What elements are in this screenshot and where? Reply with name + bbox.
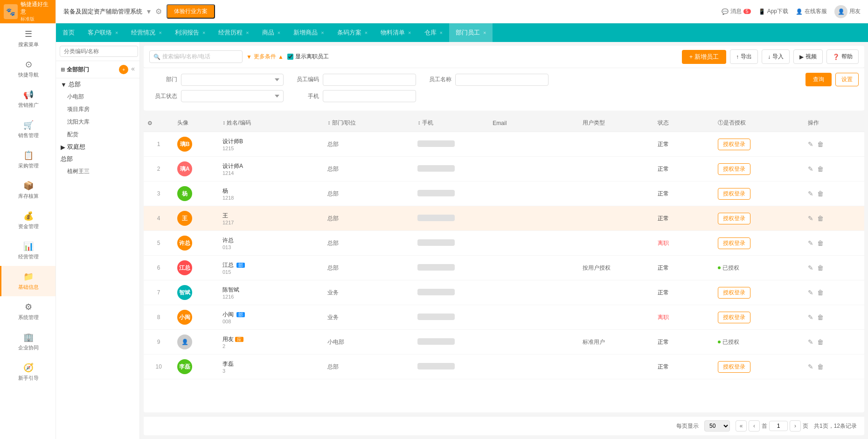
nav-tab-close-customer[interactable]: × bbox=[115, 30, 118, 35]
tree-node-xiaodibu[interactable]: 小电部 bbox=[56, 91, 139, 103]
online-service-btn[interactable]: 👤 在线客服 bbox=[796, 7, 827, 15]
nav-tab-close-goods[interactable]: × bbox=[278, 30, 280, 35]
sidebar-item-marketing[interactable]: 📢营销推广 bbox=[0, 84, 56, 114]
tree-group-shuangtingxiang[interactable]: ▶ 双庭想 bbox=[56, 141, 139, 153]
nav-tab-dept_staff[interactable]: 部门员工× bbox=[449, 23, 493, 42]
delete-btn[interactable]: 🗑 bbox=[817, 314, 824, 321]
delete-btn[interactable]: 🗑 bbox=[817, 239, 824, 247]
auth-btn[interactable]: 授权登录 bbox=[718, 237, 750, 249]
auth-btn[interactable]: 授权登录 bbox=[718, 287, 750, 299]
tree-search-input[interactable] bbox=[60, 46, 138, 57]
sidebar-item-purchase[interactable]: 📋采购管理 bbox=[0, 145, 56, 175]
tree-node-zhishu[interactable]: 植树王三 bbox=[56, 165, 139, 178]
delete-btn[interactable]: 🗑 bbox=[817, 338, 824, 346]
delete-btn[interactable]: 🗑 bbox=[817, 289, 824, 296]
sidebar-item-guide[interactable]: 🧭新手引导 bbox=[0, 357, 56, 387]
first-page-btn[interactable]: « bbox=[736, 420, 747, 432]
show-resigned-checkbox[interactable]: 显示离职员工 bbox=[287, 53, 329, 61]
col-name[interactable]: ↕ 姓名/编码 bbox=[219, 114, 324, 132]
nav-tab-material[interactable]: 物料清单× bbox=[374, 23, 417, 42]
tree-node-xiangmu[interactable]: 项目库房 bbox=[56, 103, 139, 116]
auth-btn[interactable]: 授权登录 bbox=[718, 188, 750, 200]
edit-btn[interactable]: ✎ bbox=[808, 338, 813, 346]
app-download-btn[interactable]: 📱 App下载 bbox=[758, 7, 788, 15]
sidebar-item-shortcut[interactable]: ⊙快捷导航 bbox=[0, 54, 56, 84]
tree-group-total[interactable]: ▼ 总部 bbox=[56, 78, 139, 91]
nav-tab-profit[interactable]: 经营情况× bbox=[125, 23, 168, 42]
sidebar-item-basic[interactable]: 📁基础信息 bbox=[0, 266, 56, 296]
dept-select[interactable] bbox=[181, 74, 284, 86]
nav-tab-biz_process[interactable]: 经营历程× bbox=[212, 23, 255, 42]
auth-btn[interactable]: 授权登录 bbox=[718, 139, 750, 150]
auth-btn[interactable]: 授权登录 bbox=[718, 312, 750, 323]
sidebar-item-finance[interactable]: 💰资金管理 bbox=[0, 205, 56, 236]
edit-btn[interactable]: ✎ bbox=[808, 165, 813, 173]
delete-btn[interactable]: 🗑 bbox=[817, 215, 824, 222]
nav-tab-barcode[interactable]: 条码方案× bbox=[331, 23, 374, 42]
help-btn[interactable]: ❓ 帮助 bbox=[826, 49, 859, 64]
delete-btn[interactable]: 🗑 bbox=[817, 140, 824, 148]
phone-input[interactable] bbox=[323, 90, 416, 102]
nav-tab-close-profit_report[interactable]: × bbox=[202, 30, 205, 35]
tree-node-shenyang[interactable]: 沈阳大库 bbox=[56, 116, 139, 128]
sidebar-item-search[interactable]: ☰搜索菜单 bbox=[0, 23, 56, 54]
edit-btn[interactable]: ✎ bbox=[808, 314, 813, 321]
settings-icon[interactable]: ⚙ bbox=[155, 7, 162, 16]
tree-collapse-btn[interactable]: « bbox=[131, 65, 135, 74]
add-staff-btn[interactable]: + 新增员工 bbox=[682, 50, 726, 64]
next-page-btn[interactable]: › bbox=[790, 420, 801, 432]
user-avatar[interactable]: 👤 用友 bbox=[834, 5, 861, 18]
edit-btn[interactable]: ✎ bbox=[808, 264, 813, 272]
resigned-check[interactable] bbox=[287, 54, 293, 60]
col-phone[interactable]: ↕ 手机 bbox=[414, 114, 489, 132]
search-box[interactable]: 🔍 搜索编码/名称/电话 bbox=[149, 50, 243, 63]
nav-tab-close-warehouse[interactable]: × bbox=[440, 30, 443, 35]
nav-tab-close-dept_staff[interactable]: × bbox=[483, 30, 486, 35]
message-btn[interactable]: 💬 消息 5 bbox=[722, 7, 751, 15]
nav-tab-close-profit[interactable]: × bbox=[159, 30, 161, 35]
tree-group-zongbu2[interactable]: 总部 bbox=[56, 153, 139, 165]
edit-btn[interactable]: ✎ bbox=[808, 239, 813, 247]
nav-tab-close-barcode[interactable]: × bbox=[365, 30, 368, 35]
nav-tab-profit_report[interactable]: 利润报告× bbox=[168, 23, 212, 42]
prev-page-btn[interactable]: ‹ bbox=[749, 420, 760, 432]
delete-btn[interactable]: 🗑 bbox=[817, 190, 824, 197]
emp-status-select[interactable] bbox=[181, 90, 284, 102]
delete-btn[interactable]: 🗑 bbox=[817, 165, 824, 173]
nav-tab-home[interactable]: 首页 bbox=[56, 23, 81, 42]
sidebar-item-corp[interactable]: 🏢企业协同 bbox=[0, 327, 56, 357]
delete-btn[interactable]: 🗑 bbox=[817, 363, 824, 370]
nav-tab-close-material[interactable]: × bbox=[408, 30, 411, 35]
import-btn[interactable]: ↓ 导入 bbox=[762, 49, 790, 64]
view-btn[interactable]: ▶ 视频 bbox=[793, 49, 823, 64]
set-btn[interactable]: 设置 bbox=[835, 73, 859, 86]
edit-btn[interactable]: ✎ bbox=[808, 140, 813, 148]
nav-tab-customer[interactable]: 客户联络× bbox=[81, 23, 125, 42]
edit-btn[interactable]: ✎ bbox=[808, 289, 813, 296]
sidebar-item-operations[interactable]: 📊经营管理 bbox=[0, 236, 56, 266]
dropdown-icon[interactable]: ▾ bbox=[147, 7, 151, 16]
auth-btn[interactable]: 授权登录 bbox=[718, 213, 750, 224]
col-dept[interactable]: ↕ 部门/职位 bbox=[324, 114, 414, 132]
sidebar-item-system[interactable]: ⚙系统管理 bbox=[0, 296, 56, 327]
page-size-select[interactable]: 50 20 100 bbox=[704, 420, 730, 432]
nav-tab-new_goods[interactable]: 新增商品× bbox=[287, 23, 330, 42]
tree-node-peihuo[interactable]: 配货 bbox=[56, 128, 139, 141]
sidebar-item-inventory[interactable]: 📦库存核算 bbox=[0, 175, 56, 205]
export-btn[interactable]: ↑ 导出 bbox=[730, 49, 758, 64]
auth-btn[interactable]: 授权登录 bbox=[718, 361, 750, 373]
auth-btn[interactable]: 授权登录 bbox=[718, 163, 750, 175]
nav-tab-close-new_goods[interactable]: × bbox=[321, 30, 324, 35]
sidebar-item-sales[interactable]: 🛒销售管理 bbox=[0, 114, 56, 145]
nav-tab-warehouse[interactable]: 仓库× bbox=[418, 23, 449, 42]
emp-name-input[interactable] bbox=[455, 74, 549, 86]
tree-add-btn[interactable]: + bbox=[119, 65, 128, 74]
emp-code-input[interactable] bbox=[323, 74, 416, 86]
edit-btn[interactable]: ✎ bbox=[808, 363, 813, 370]
col-settings[interactable]: ⚙ bbox=[144, 114, 174, 132]
trial-btn[interactable]: 体验行业方案 bbox=[167, 4, 215, 19]
nav-tab-close-biz_process[interactable]: × bbox=[246, 30, 249, 35]
delete-btn[interactable]: 🗑 bbox=[817, 264, 824, 272]
edit-btn[interactable]: ✎ bbox=[808, 190, 813, 197]
page-input[interactable] bbox=[769, 421, 788, 431]
